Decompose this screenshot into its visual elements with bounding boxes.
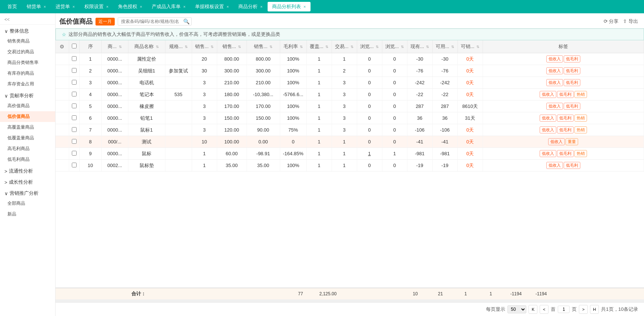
row-checkbox[interactable]: [72, 127, 77, 132]
row-checkbox[interactable]: [72, 151, 77, 156]
col-avail[interactable]: 可用... ⇅: [432, 40, 457, 53]
col-trade[interactable]: 交易... ⇅: [332, 40, 357, 53]
sidebar-collapse-btn[interactable]: <<: [3, 16, 11, 24]
first-page-btn[interactable]: K: [529, 305, 537, 314]
page-header: 低价值商品 近一月 🔍 ⟳ 分享 ⇧ 导出: [56, 13, 644, 28]
row-checkbox[interactable]: [72, 80, 77, 85]
cell-browse1[interactable]: 0: [357, 124, 382, 136]
cell-browse1[interactable]: 0: [357, 53, 382, 65]
col-sales-amt[interactable]: 销售... ⇅: [217, 40, 246, 53]
per-page-select[interactable]: 50 100 200: [507, 305, 526, 313]
cell-browse2: 0: [382, 124, 407, 136]
col-browse1[interactable]: 浏览... ⇅: [357, 40, 382, 53]
cell-no: 6: [79, 112, 101, 124]
sidebar-item-high-value[interactable]: 高价值商品: [0, 101, 55, 111]
row-checkbox[interactable]: [72, 56, 77, 61]
cell-avail: -242: [432, 77, 457, 89]
total-records-label: 共1页，10条记录: [601, 306, 638, 313]
sidebar-item-all-goods[interactable]: 全部商品: [0, 198, 55, 209]
cell-avail: -41: [432, 136, 457, 148]
nav-permission[interactable]: 权限设置 ×: [80, 2, 113, 11]
cell-browse1[interactable]: 1: [357, 148, 382, 160]
cell-browse1[interactable]: 0: [357, 112, 382, 124]
close-icon[interactable]: ×: [106, 4, 108, 9]
close-icon[interactable]: ×: [260, 4, 262, 9]
page-input[interactable]: [558, 306, 570, 313]
sidebar-item-category-rate[interactable]: 商品分类销售率: [0, 57, 55, 68]
cell-browse1[interactable]: 0: [357, 77, 382, 89]
col-sales-qty[interactable]: 销售... ⇅: [192, 40, 217, 53]
export-button[interactable]: ⇧ 导出: [623, 18, 638, 25]
sidebar-item-traded-goods[interactable]: 交易过的商品: [0, 47, 55, 57]
sidebar-item-low-margin[interactable]: 低毛利商品: [0, 154, 55, 165]
cell-stock: 287: [407, 101, 432, 112]
close-icon[interactable]: ×: [140, 4, 142, 9]
search-input[interactable]: [118, 17, 192, 26]
row-checkbox[interactable]: [72, 163, 77, 167]
row-checkbox[interactable]: [72, 68, 77, 73]
close-icon[interactable]: ×: [303, 4, 306, 9]
sidebar-item-new-goods[interactable]: 新品: [0, 209, 55, 220]
close-icon[interactable]: ×: [227, 4, 229, 9]
sidebar-group-growth[interactable]: > 成长性分析: [0, 176, 55, 187]
last-page-btn[interactable]: H: [590, 305, 599, 314]
col-spec[interactable]: 规格... ⇅: [165, 40, 192, 53]
cell-gear: [56, 101, 69, 112]
nav-purchase-order[interactable]: 进货单 ×: [51, 2, 79, 11]
period-button[interactable]: 近一月: [95, 18, 115, 26]
sidebar-item-capital-usage[interactable]: 库存资金占用: [0, 79, 55, 89]
col-browse2[interactable]: 浏览... ⇅: [382, 40, 407, 53]
col-margin-rate[interactable]: 毛利率 ⇅: [280, 40, 306, 53]
cell-browse1[interactable]: 0: [357, 160, 382, 171]
close-icon[interactable]: ×: [44, 4, 46, 9]
nav-product-entry[interactable]: 产成品入库单 ×: [147, 2, 190, 11]
col-sales-profit[interactable]: 销售... ⇅: [246, 40, 280, 53]
select-all-checkbox[interactable]: [72, 44, 77, 48]
nav-sales-order[interactable]: 销货单 ×: [22, 2, 50, 11]
nav-template[interactable]: 单据模板设置 ×: [191, 2, 233, 11]
cell-browse1[interactable]: 0: [357, 89, 382, 101]
sidebar-item-low-coverage[interactable]: 低覆盖量商品: [0, 133, 55, 143]
col-stock[interactable]: 现有... ⇅: [407, 40, 432, 53]
tag-label: 热销: [574, 126, 587, 133]
nav-home[interactable]: 首页: [3, 2, 21, 11]
tag-label: 低收入: [546, 103, 563, 110]
arrow-icon: ∨: [4, 191, 8, 196]
close-icon[interactable]: ×: [73, 4, 75, 9]
cell-sales1: 210.00: [217, 77, 246, 89]
row-checkbox[interactable]: [72, 115, 77, 120]
cell-sale-days: 0天: [457, 124, 483, 136]
sidebar-group-general[interactable]: ∨ 整体信息: [0, 25, 55, 36]
sidebar-group-contribution[interactable]: ∨ 贡献率分析: [0, 89, 55, 101]
col-no: 序: [79, 40, 101, 53]
nav-goods-analysis[interactable]: 商品分析 ×: [234, 2, 267, 11]
cell-browse1[interactable]: 0: [357, 136, 382, 148]
sidebar-group-marketing[interactable]: ∨ 营销推广分析: [0, 187, 55, 198]
col-gear[interactable]: ⚙: [56, 40, 69, 53]
gear-icon[interactable]: ⚙: [60, 44, 64, 50]
sidebar-item-sales-goods[interactable]: 销售类商品: [0, 36, 55, 47]
col-coverage[interactable]: 覆盖... ⇅: [306, 40, 332, 53]
cell-browse2: 0: [382, 160, 407, 171]
sidebar-item-stocked-goods[interactable]: 有库存的商品: [0, 68, 55, 79]
col-sale-days[interactable]: 可销... ⇅: [457, 40, 483, 53]
row-checkbox[interactable]: [72, 103, 77, 108]
page-unit: 页: [572, 306, 577, 313]
close-icon[interactable]: ×: [183, 4, 185, 9]
sidebar-group-circulation[interactable]: > 流通性分析: [0, 165, 55, 176]
nav-goods-analysis-list[interactable]: 商品分析列表 ×: [268, 2, 310, 11]
row-checkbox[interactable]: [72, 92, 77, 96]
next-page-btn[interactable]: >: [579, 305, 588, 314]
sidebar-item-low-value[interactable]: 低价值商品: [0, 111, 55, 122]
sidebar-item-high-margin[interactable]: 高毛利商品: [0, 143, 55, 154]
cell-browse1[interactable]: 0: [357, 101, 382, 112]
share-button[interactable]: ⟳ 分享: [604, 18, 619, 25]
row-checkbox[interactable]: [72, 139, 77, 144]
col-code[interactable]: 商... ⇅: [101, 40, 128, 53]
cell-browse1[interactable]: 0: [357, 65, 382, 77]
scrollbar[interactable]: [56, 299, 644, 302]
nav-role-auth[interactable]: 角色授权 ×: [114, 2, 147, 11]
prev-page-btn[interactable]: <: [540, 305, 549, 314]
sidebar-item-high-coverage[interactable]: 高覆盖量商品: [0, 122, 55, 133]
col-name[interactable]: 商品名称 ⇅: [128, 40, 165, 53]
